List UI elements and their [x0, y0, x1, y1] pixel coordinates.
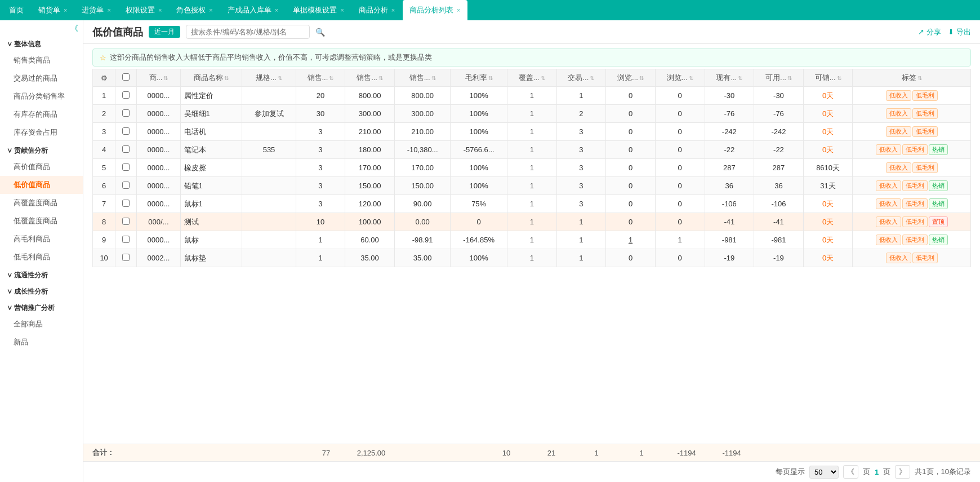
row-name[interactable]: 橡皮擦 [180, 159, 242, 177]
row-check[interactable] [115, 159, 137, 177]
col-tags[interactable]: 标签⇅ [853, 69, 971, 87]
nav-permissions[interactable]: 权限设置 × [119, 0, 168, 20]
close-icon[interactable]: × [64, 7, 67, 14]
close-icon[interactable]: × [209, 7, 212, 14]
row-browse1: 0 [606, 213, 656, 231]
row-checkbox[interactable] [122, 145, 130, 153]
export-btn[interactable]: ⬇ 导出 [948, 27, 971, 37]
row-checkbox[interactable] [122, 91, 130, 99]
nav-home[interactable]: 首页 [2, 0, 30, 20]
sidebar-item-low-coverage[interactable]: 低覆盖度商品 [0, 212, 83, 230]
row-name[interactable]: 鼠标垫 [180, 249, 242, 267]
col-margin[interactable]: 毛利率⇅ [451, 69, 507, 87]
sidebar-item-high-coverage[interactable]: 高覆盖度商品 [0, 194, 83, 212]
row-checkbox[interactable] [122, 109, 130, 117]
sidebar-group-marketing[interactable]: ∨ 营销推广分析 [0, 299, 83, 315]
nav-analysis-list[interactable]: 商品分析列表 × [403, 0, 467, 20]
col-saleable[interactable]: 可销...⇅ [803, 69, 853, 87]
col-check[interactable] [115, 69, 137, 87]
col-sales2[interactable]: 销售...⇅ [345, 69, 395, 87]
row-sales3: 300.00 [394, 105, 451, 123]
row-check[interactable] [115, 195, 137, 213]
sidebar-item-high-margin[interactable]: 高毛利商品 [0, 230, 83, 248]
sidebar-item-high-value[interactable]: 高价值商品 [0, 158, 83, 176]
row-check[interactable] [115, 177, 137, 195]
table-row: 6 0000... 铅笔1 3 150.00 150.00 100% 1 3 0… [93, 177, 971, 195]
col-available[interactable]: 可用...⇅ [754, 69, 804, 87]
sidebar-collapse-btn[interactable]: 《 [68, 24, 81, 34]
row-check[interactable] [115, 105, 137, 123]
row-check[interactable] [115, 87, 137, 105]
close-icon[interactable]: × [275, 7, 278, 14]
col-spec[interactable]: 规格...⇅ [242, 69, 296, 87]
share-btn[interactable]: ↗ 分享 [918, 27, 941, 37]
close-icon[interactable]: × [391, 7, 395, 14]
col-code[interactable]: 商...⇅ [137, 69, 180, 87]
col-current[interactable]: 现有...⇅ [705, 69, 754, 87]
browse-val[interactable]: 1 [629, 236, 632, 244]
row-name[interactable]: 电话机 [180, 123, 242, 141]
close-icon[interactable]: × [340, 7, 344, 14]
time-tag-btn[interactable]: 近一月 [149, 26, 180, 38]
nav-template[interactable]: 单据模板设置 × [286, 0, 350, 20]
row-name[interactable]: 鼠标1 [180, 195, 242, 213]
sidebar-item-new-products[interactable]: 新品 [0, 333, 83, 351]
col-browse2[interactable]: 浏览...⇅ [655, 69, 705, 87]
nav-roles[interactable]: 角色授权 × [170, 0, 219, 20]
sidebar-group-contribution[interactable]: ∨ 贡献值分析 [0, 141, 83, 158]
search-icon[interactable]: 🔍 [315, 28, 325, 37]
row-name[interactable]: 鼠标 [180, 231, 242, 249]
row-check[interactable] [115, 141, 137, 159]
row-check[interactable] [115, 123, 137, 141]
row-checkbox[interactable] [122, 218, 130, 225]
row-checkbox[interactable] [122, 254, 130, 261]
col-coverage[interactable]: 覆盖...⇅ [507, 69, 556, 87]
sidebar-item-low-value[interactable]: 低价值商品 [0, 176, 83, 194]
row-check[interactable] [115, 213, 137, 231]
row-checkbox[interactable] [122, 127, 130, 135]
sidebar-group-overall[interactable]: ∨ 整体信息 [0, 35, 83, 51]
search-input[interactable] [186, 25, 310, 39]
close-icon[interactable]: × [107, 7, 110, 14]
sidebar-item-traded[interactable]: 交易过的商品 [0, 69, 83, 87]
row-browse1: 0 [606, 159, 656, 177]
sidebar-group-growth[interactable]: ∨ 成长性分析 [0, 282, 83, 299]
row-name[interactable]: 属性定价 [180, 87, 242, 105]
next-page-btn[interactable]: 》 [895, 465, 910, 479]
sidebar-item-sales-products[interactable]: 销售类商品 [0, 51, 83, 69]
row-browse1[interactable]: 1 [606, 231, 656, 249]
row-checkbox[interactable] [122, 163, 130, 171]
row-check[interactable] [115, 249, 137, 267]
col-name[interactable]: 商品名称⇅ [180, 69, 242, 87]
col-trade[interactable]: 交易...⇅ [556, 69, 606, 87]
sidebar-item-all-products[interactable]: 全部商品 [0, 315, 83, 333]
col-sales1[interactable]: 销售...⇅ [296, 69, 345, 87]
row-name[interactable]: 吴细细1 [180, 105, 242, 123]
row-name[interactable]: 铅笔1 [180, 177, 242, 195]
nav-sales[interactable]: 销货单 × [32, 0, 74, 20]
total-col2: 2,125.00 [349, 449, 394, 457]
row-checkbox[interactable] [122, 236, 130, 243]
sidebar-item-low-margin[interactable]: 低毛利商品 [0, 248, 83, 266]
nav-analysis[interactable]: 商品分析 × [352, 0, 402, 20]
page-size-select[interactable]: 50 100 200 [809, 466, 839, 479]
col-settings[interactable]: ⚙ [93, 69, 115, 87]
row-checkbox[interactable] [122, 200, 130, 207]
nav-warehouse[interactable]: 产成品入库单 × [221, 0, 285, 20]
sidebar-item-stock-funds[interactable]: 库存资金占用 [0, 123, 83, 141]
col-sales3[interactable]: 销售...⇅ [394, 69, 451, 87]
table-wrap[interactable]: ⚙ 商...⇅ 商品名称⇅ 规格...⇅ 销售...⇅ 销售...⇅ 销售...… [83, 69, 980, 444]
close-icon[interactable]: × [158, 7, 162, 14]
sidebar-group-circulation[interactable]: ∨ 流通性分析 [0, 266, 83, 282]
row-check[interactable] [115, 231, 137, 249]
sidebar-item-category-rate[interactable]: 商品分类销售率 [0, 87, 83, 105]
row-name[interactable]: 测试 [180, 213, 242, 231]
first-page-btn[interactable]: 《 [843, 465, 858, 479]
nav-purchase[interactable]: 进货单 × [75, 0, 117, 20]
close-icon[interactable]: × [457, 7, 460, 14]
row-name[interactable]: 笔记本 [180, 141, 242, 159]
row-checkbox[interactable] [122, 182, 130, 189]
sidebar-item-in-stock[interactable]: 有库存的商品 [0, 105, 83, 123]
select-all-checkbox[interactable] [122, 73, 130, 81]
col-browse1[interactable]: 浏览...⇅ [606, 69, 656, 87]
